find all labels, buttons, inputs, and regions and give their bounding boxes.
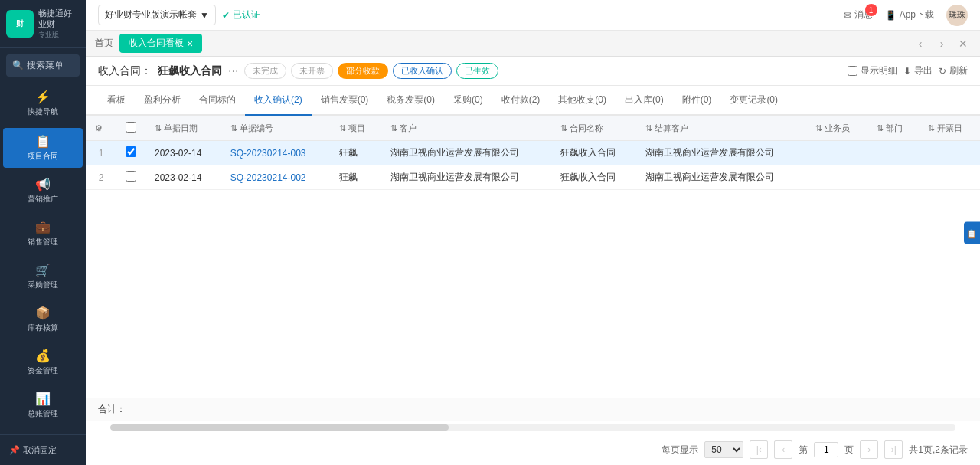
sort-icon: ⇅	[155, 123, 162, 133]
row-billing-customer-2: 湖南卫视商业运营发展有限公司	[636, 165, 806, 190]
table-area: ⚙ ⇅ 单据日期 ⇅ 单据编号	[86, 116, 980, 434]
show-detail-input[interactable]	[848, 66, 858, 76]
company-selector[interactable]: 好业财专业版演示帐套 ▼	[98, 5, 216, 25]
sort-icon-3: ⇅	[339, 123, 346, 133]
dropdown-icon: ▼	[200, 10, 209, 21]
logo-text: 畅捷通好业财 专业版	[38, 8, 80, 40]
sidebar: 财 畅捷通好业财 专业版 🔍 搜索菜单 ⚡ 快捷导航 📋 项目合同 📢 营销推广…	[0, 0, 86, 465]
sidebar-item-marketing[interactable]: 📢 营销推广	[3, 171, 83, 211]
company-name: 好业财专业版演示帐套	[105, 8, 197, 21]
messages-badge: 1	[865, 4, 877, 16]
row-num-2: 2	[86, 165, 116, 190]
right-sticky-panel: 📋	[964, 221, 980, 244]
status-income-confirmed[interactable]: 已收入确认	[393, 63, 452, 79]
settings-icon[interactable]: ⚙	[95, 123, 103, 133]
next-page-button[interactable]: ›	[860, 440, 878, 459]
messages-button[interactable]: ✉ 消息 1	[844, 8, 873, 21]
sidebar-logo: 财 畅捷通好业财 专业版	[0, 0, 86, 48]
sidebar-item-project[interactable]: 📋 项目合同	[3, 128, 83, 168]
tab-tax-invoice[interactable]: 税务发票(0)	[377, 86, 444, 116]
show-detail-checkbox[interactable]: 显示明细	[848, 64, 897, 77]
status-not-invoiced[interactable]: 未开票	[291, 63, 333, 79]
row-checkbox-1[interactable]	[126, 146, 136, 157]
tab-kanban[interactable]: 看板	[98, 86, 135, 116]
sort-icon-9: ⇅	[928, 123, 935, 133]
sticky-action-button[interactable]: 📋	[964, 221, 980, 244]
tab-warehouse[interactable]: 出入库(0)	[616, 86, 673, 116]
show-detail-label: 显示明细	[861, 64, 897, 77]
sidebar-item-invoice[interactable]: 🧾 发票管理	[3, 428, 83, 434]
row-billing-customer: 湖南卫视商业运营发展有限公司	[636, 141, 806, 165]
row-date-2: 2023-02-14	[145, 165, 221, 190]
sidebar-item-inventory[interactable]: 📦 库存核算	[3, 300, 83, 339]
export-icon: ⬇	[903, 66, 911, 77]
quick-nav-item[interactable]: ⚡ 快捷导航	[3, 84, 83, 123]
refresh-button[interactable]: ↻ 刷新	[939, 64, 968, 77]
sort-icon-2: ⇅	[230, 123, 237, 133]
tab-standard[interactable]: 合同标的	[190, 86, 245, 116]
tab-payment[interactable]: 收付款(2)	[492, 86, 550, 116]
row-checkbox-2[interactable]	[126, 171, 136, 182]
project-icon: 📋	[35, 134, 51, 149]
row-salesperson-2	[806, 165, 867, 190]
tab-next-button[interactable]: ›	[934, 36, 949, 51]
row-number-2: SQ-20230214-002	[221, 165, 330, 190]
inventory-icon: 📦	[35, 306, 51, 320]
contract-board-tab[interactable]: 收入合同看板 ×	[119, 34, 202, 53]
sort-icon-5: ⇅	[560, 123, 567, 133]
tab-prev-button[interactable]: ‹	[913, 36, 928, 51]
table-row[interactable]: 2 2023-02-14 SQ-20230214-002 狂飙 湖南卫视商业运营…	[86, 165, 980, 190]
sales-icon: 💼	[35, 220, 51, 234]
horizontal-scrollbar-area	[86, 421, 980, 434]
contract-name-column-header: ⇅ 合同名称	[551, 116, 636, 141]
more-options-button[interactable]: ···	[228, 64, 238, 78]
per-page-select[interactable]: 50 10 20 100	[704, 441, 743, 458]
sidebar-search-area: 🔍 搜索菜单	[0, 48, 86, 83]
tab-profit[interactable]: 盈利分析	[135, 86, 190, 116]
topbar: 好业财专业版演示帐套 ▼ ✔ 已认证 ✉ 消息 1 📱 App下载 珠珠	[86, 0, 980, 31]
prev-page-button[interactable]: ‹	[774, 440, 792, 459]
sidebar-item-sales[interactable]: 💼 销售管理	[3, 214, 83, 254]
row-number-link-1[interactable]: SQ-20230214-003	[230, 148, 306, 159]
sidebar-item-general[interactable]: 📊 总账管理	[3, 385, 83, 425]
number-column-header: ⇅ 单据编号	[221, 116, 330, 141]
user-avatar[interactable]: 珠珠	[946, 5, 968, 26]
contract-title-area: 收入合同： 狂飙收入合同 ··· 未完成 未开票 部分收款 已收入确认 已生效	[98, 63, 498, 79]
status-partial-payment[interactable]: 部分收款	[338, 63, 388, 79]
data-table: ⚙ ⇅ 单据日期 ⇅ 单据编号	[86, 116, 980, 190]
table-footer: 合计：	[86, 398, 980, 421]
horizontal-scrollbar[interactable]	[110, 424, 956, 431]
page-input[interactable]	[814, 442, 838, 457]
tab-income-confirm[interactable]: 收入确认(2)	[245, 86, 312, 116]
row-number-link-2[interactable]: SQ-20230214-002	[230, 172, 306, 183]
tab-close-all-button[interactable]: ✕	[956, 36, 971, 51]
search-menu-button[interactable]: 🔍 搜索菜单	[6, 54, 80, 77]
first-page-button[interactable]: |‹	[750, 440, 768, 459]
open-date-column-header: ⇅ 开票日	[919, 116, 980, 141]
last-page-button[interactable]: ›|	[884, 440, 903, 459]
tab-purchase[interactable]: 采购(0)	[444, 86, 492, 116]
tab-close-button[interactable]: ×	[187, 38, 193, 50]
tab-other-income[interactable]: 其他收支(0)	[549, 86, 616, 116]
table-row[interactable]: 1 2023-02-14 SQ-20230214-003 狂飙 湖南卫视商业运营…	[86, 141, 980, 165]
select-all-checkbox[interactable]	[126, 122, 136, 133]
sidebar-item-capital[interactable]: 💰 资金管理	[3, 342, 83, 382]
check-icon: ✔	[222, 10, 230, 21]
sort-icon-7: ⇅	[815, 123, 822, 133]
app-download-button[interactable]: 📱 App下载	[885, 8, 934, 21]
breadcrumb-home[interactable]: 首页	[95, 37, 113, 50]
export-button[interactable]: ⬇ 导出	[903, 64, 933, 77]
status-effective[interactable]: 已生效	[456, 63, 498, 79]
sidebar-item-purchase[interactable]: 🛒 采购管理	[3, 257, 83, 296]
per-page-label: 每页显示	[662, 444, 698, 457]
pin-button[interactable]: 📌 取消固定	[6, 441, 80, 459]
row-salesperson	[806, 141, 867, 165]
tab-attachment[interactable]: 附件(0)	[673, 86, 721, 116]
salesperson-column-header: ⇅ 业务员	[806, 116, 867, 141]
contract-header: 收入合同： 狂飙收入合同 ··· 未完成 未开票 部分收款 已收入确认 已生效 …	[86, 57, 980, 86]
scrollbar-thumb	[110, 424, 449, 431]
status-not-complete[interactable]: 未完成	[244, 63, 286, 79]
settings-column-header: ⚙	[86, 116, 116, 141]
tab-change-log[interactable]: 变更记录(0)	[720, 86, 787, 116]
tab-sales-invoice[interactable]: 销售发票(0)	[312, 86, 378, 116]
